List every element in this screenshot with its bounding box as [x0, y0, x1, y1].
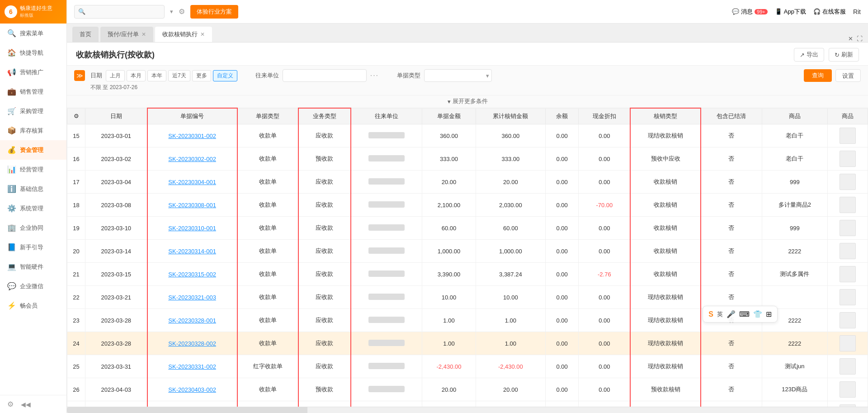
column-settings-icon[interactable]: ⚙ [74, 113, 79, 119]
table-cell: 0.00 [579, 355, 631, 378]
tab-home[interactable]: 首页 [72, 27, 99, 42]
table-cell[interactable]: SK-20230302-002 [147, 147, 237, 171]
sidebar-item-sales[interactable]: 💼 销售管理 [0, 82, 66, 101]
table-cell[interactable]: SK-20230308-001 [147, 194, 237, 217]
table-cell[interactable]: SK-20230321-003 [147, 286, 237, 309]
marketing-icon: 📢 [7, 68, 16, 76]
filter-toggle-button[interactable]: ≫ [74, 70, 85, 81]
table-cell[interactable]: SK-20230408-001 [147, 401, 237, 407]
sidebar-item-operation-label: 经营管理 [20, 166, 43, 174]
tab-collect-close-icon[interactable]: ✕ [200, 31, 205, 38]
header-search-box[interactable]: 🔍 [74, 5, 165, 19]
sidebar-item-system[interactable]: ⚙️ 系统管理 [0, 199, 66, 218]
date-btn-7days[interactable]: 近7天 [168, 70, 190, 81]
sidebar-item-wechat-label: 企业微信 [20, 282, 43, 290]
sidebar-item-wechat[interactable]: 💬 企业微信 [0, 276, 66, 296]
date-btn-this-year[interactable]: 本年 [147, 70, 166, 81]
bill-no-link[interactable]: SK-20230308-001 [168, 202, 216, 209]
collapse-icon[interactable]: ◀◀ [21, 401, 31, 408]
sidebar-item-inventory[interactable]: 📦 库存核算 [0, 121, 66, 140]
industry-solution-button[interactable]: 体验行业方案 [190, 5, 238, 19]
bill-no-link[interactable]: SK-20230321-003 [168, 294, 216, 301]
bill-no-link[interactable]: SK-20230301-002 [168, 133, 216, 139]
tab-collect-label: 收款核销执行 [162, 30, 198, 38]
table-cell: 26 [67, 378, 85, 401]
sidebar-item-search[interactable]: 🔍 搜索菜单 [0, 24, 66, 43]
date-btn-this-month[interactable]: 本月 [127, 70, 146, 81]
table-cell: 应收款 [298, 171, 350, 194]
settings-button[interactable]: 设置 [835, 69, 861, 82]
table-cell: 应收款 [298, 401, 350, 407]
expand-more-button[interactable]: ▾ 展开更多条件 [448, 97, 488, 105]
tab-prepay[interactable]: 预付/应付单 ✕ [100, 27, 153, 42]
bill-no-link[interactable]: SK-20230304-001 [168, 179, 216, 185]
date-btn-last-month[interactable]: 上月 [106, 70, 125, 81]
table-cell: 0.00 [579, 286, 631, 309]
table-cell[interactable]: SK-20230315-002 [147, 263, 237, 286]
sidebar-item-member[interactable]: ⚡ 畅会员 [0, 296, 66, 315]
scroll-bar-area[interactable] [67, 407, 868, 413]
bill-no-link[interactable]: SK-20230328-001 [168, 317, 216, 324]
tab-prepay-label: 预付/应付单 [108, 30, 139, 38]
table-cell[interactable]: SK-20230331-002 [147, 355, 237, 378]
online-service-item[interactable]: 🎧 在线客服 [813, 8, 846, 16]
app-download-item[interactable]: 📱 App下载 [775, 8, 806, 16]
bill-no-link[interactable]: SK-20230315-002 [168, 271, 216, 278]
refresh-button[interactable]: ↻ 刷新 [829, 48, 859, 62]
table-cell: 否 [701, 401, 762, 407]
export-button[interactable]: ↗ 导出 [794, 48, 824, 62]
sidebar-item-marketing[interactable]: 📢 营销推广 [0, 62, 66, 82]
dropdown-arrow-icon[interactable]: ▾ [170, 8, 173, 15]
bill-no-link[interactable]: SK-20230331-002 [168, 363, 216, 370]
table-cell: 1.00 [422, 332, 476, 355]
table-cell[interactable]: SK-20230403-002 [147, 378, 237, 401]
table-cell[interactable]: SK-20230310-001 [147, 217, 237, 240]
table-cell[interactable]: SK-20230328-001 [147, 309, 237, 332]
table-cell: 2222 [762, 309, 827, 332]
tab-collect[interactable]: 收款核销执行 ✕ [155, 27, 212, 42]
sidebar-item-inventory-label: 库存核算 [20, 127, 43, 135]
date-btn-more[interactable]: 更多 [192, 70, 211, 81]
bill-no-link[interactable]: SK-20230314-001 [168, 248, 216, 255]
table-cell: 1,000.00 [476, 240, 545, 263]
sidebar-item-guide[interactable]: 📘 新手引导 [0, 237, 66, 257]
table-cell[interactable]: SK-20230328-002 [147, 332, 237, 355]
partner-filter-input[interactable] [283, 69, 367, 82]
sidebar-item-quick-nav[interactable]: 🏠 快捷导航 [0, 43, 66, 62]
bill-type-select[interactable] [424, 69, 492, 82]
table-cell[interactable]: SK-20230304-001 [147, 171, 237, 194]
sidebar-item-basic[interactable]: ℹ️ 基础信息 [0, 179, 66, 199]
sidebar-item-corp[interactable]: 🏢 企业协同 [0, 218, 66, 237]
tab-close-all-icon[interactable]: ✕ [848, 35, 853, 42]
table-cell [351, 194, 422, 217]
gear-icon[interactable]: ⚙ [179, 7, 185, 16]
sidebar-item-purchase[interactable]: 🛒 采购管理 [0, 101, 66, 121]
date-filter-label: 日期 [90, 71, 102, 80]
table-cell [351, 286, 422, 309]
bill-no-link[interactable]: SK-20230328-002 [168, 340, 216, 347]
table-cell[interactable]: SK-20230314-001 [147, 240, 237, 263]
date-btn-custom[interactable]: 自定义 [213, 70, 237, 81]
system-icon: ⚙️ [7, 204, 16, 213]
th-bill-type: 单据类型 [237, 108, 299, 124]
sidebar-item-operation[interactable]: 📊 经营管理 [0, 160, 66, 179]
page-title: 收款核销执行(按收款) [76, 49, 155, 60]
query-button[interactable]: 查询 [804, 69, 832, 82]
th-settings[interactable]: ⚙ [67, 108, 85, 124]
bill-no-link[interactable]: SK-20230310-001 [168, 225, 216, 232]
bill-no-link[interactable]: SK-20230403-002 [168, 386, 216, 393]
sidebar-item-marketing-label: 营销推广 [20, 68, 43, 76]
table-cell[interactable]: SK-20230301-002 [147, 124, 237, 147]
sidebar-item-hardware[interactable]: 💻 智能硬件 [0, 257, 66, 276]
user-name-item[interactable]: Rit [853, 8, 861, 15]
table-cell: 0.00 [579, 171, 631, 194]
tab-prepay-close-icon[interactable]: ✕ [142, 31, 146, 38]
table-cell: 2023-03-04 [85, 171, 147, 194]
message-item[interactable]: 💬 消息 99+ [732, 8, 768, 16]
top-header: 🔍 ▾ ⚙ 体验行业方案 💬 消息 99+ 📱 App下载 🎧 在线客服 Rit [67, 0, 868, 24]
settings-icon[interactable]: ⚙ [7, 400, 14, 408]
sidebar-item-capital[interactable]: 💰 资金管理 [0, 140, 66, 160]
tab-fullscreen-icon[interactable]: ⛶ [857, 35, 863, 42]
bill-no-link[interactable]: SK-20230302-002 [168, 156, 216, 162]
table-cell: 应收款 [298, 263, 350, 286]
